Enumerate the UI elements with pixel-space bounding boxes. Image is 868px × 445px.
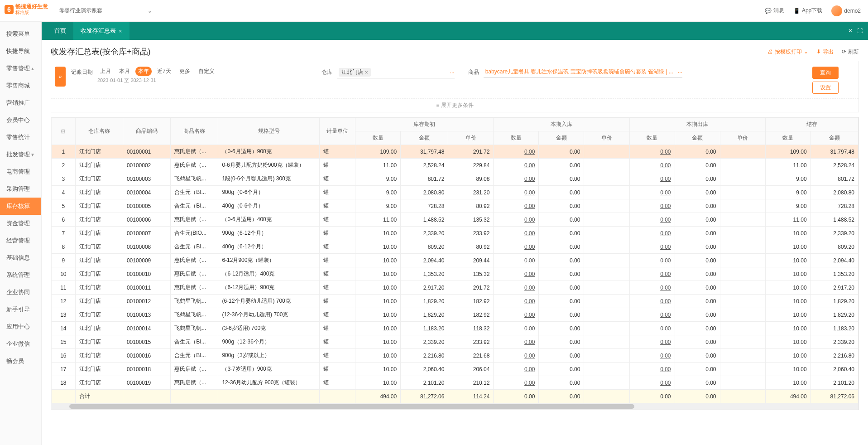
sidebar-item[interactable]: 库存核算 [0,198,41,215]
drill-link[interactable]: 0.00 [660,325,671,332]
drill-link[interactable]: 0.00 [660,298,671,305]
more-icon[interactable]: ··· [450,69,455,76]
table-row[interactable]: 1江北门店00100001惠氏启赋（...（0-6月适用）900克罐109.00… [52,145,858,159]
app-download-link[interactable]: 📱App下载 [793,7,822,15]
drill-link[interactable]: 0.00 [660,189,671,196]
drill-link[interactable]: 0.00 [524,244,535,250]
sidebar-item[interactable]: 快捷导航 [0,43,41,60]
scrollbar-thumb[interactable] [69,404,634,409]
table-row[interactable]: 10江北门店00100010惠氏启赋（...（6-12月适用）400克罐10.0… [52,267,858,281]
date-option[interactable]: 近7天 [154,67,174,76]
drill-link[interactable]: 0.00 [660,339,671,345]
drill-link[interactable]: 0.00 [524,162,535,169]
user-menu[interactable]: demo2 [831,5,861,16]
table-row[interactable]: 18江北门店00100019惠氏启赋（...12-36月幼儿配方 900克（罐装… [52,376,858,390]
sidebar-item[interactable]: 畅会员 [0,353,41,370]
drill-link[interactable]: 0.00 [660,217,671,223]
drill-link[interactable]: 0.00 [524,230,535,237]
drill-link[interactable]: 0.00 [524,203,535,209]
warehouse-select[interactable]: 江北门店× ··· [337,67,455,78]
drill-link[interactable]: 0.00 [660,244,671,250]
drill-link[interactable]: 0.00 [524,189,535,196]
horizontal-scrollbar[interactable] [51,403,858,410]
date-option[interactable]: 本月 [116,67,133,76]
sidebar-item[interactable]: 零售商城 [0,77,41,94]
date-option[interactable]: 上月 [97,67,114,76]
table-row[interactable]: 12江北门店00100012飞鹤星飞帆...(6-12个月婴幼儿适用) 700克… [52,295,858,308]
messages-link[interactable]: 💬消息 [765,7,784,15]
drill-link[interactable]: 0.00 [660,271,671,277]
sidebar-item[interactable]: 新手引导 [0,301,41,318]
sidebar-item[interactable]: 企业协同 [0,284,41,301]
drill-link[interactable]: 0.00 [524,271,535,277]
settings-button[interactable]: 设置 [812,82,839,94]
sidebar-item[interactable]: 搜索菜单 [0,25,41,43]
sidebar-item[interactable]: 营销推广 [0,94,41,111]
table-row[interactable]: 11江北门店00100011惠氏启赋（...（6-12月适用）900克罐10.0… [52,281,858,295]
drill-link[interactable]: 0.00 [660,312,671,318]
tab-home[interactable]: 首页 [47,22,73,40]
sidebar-item[interactable]: 基础信息 [0,249,41,266]
table-row[interactable]: 15江北门店00100015合生元（BI...900g（12-36个月）罐10.… [52,335,858,349]
drill-link[interactable]: 0.00 [660,176,671,182]
search-button[interactable]: 查询 [812,67,839,79]
drill-link[interactable]: 0.00 [660,149,671,155]
account-set-dropdown[interactable]: 母婴行业演示账套 ⌄ [59,7,152,15]
table-row[interactable]: 16江北门店00100016合生元（BI...900g（3岁或以上）罐10.00… [52,349,858,363]
table-row[interactable]: 3江北门店00100003飞鹤星飞帆...1段(0-6个月婴儿适用) 300克罐… [52,172,858,186]
drill-link[interactable]: 0.00 [660,285,671,291]
drill-link[interactable]: 0.00 [660,366,671,372]
col-gear[interactable]: ⚙ [52,118,76,145]
drill-link[interactable]: 0.00 [524,217,535,223]
date-option[interactable]: 更多 [177,67,193,76]
remove-chip-icon[interactable]: × [365,69,368,76]
drill-link[interactable]: 0.00 [524,353,535,359]
close-all-icon[interactable]: ✕ [848,28,853,34]
more-icon[interactable]: ··· [678,69,682,75]
sidebar-item[interactable]: 采购管理 [0,180,41,198]
table-row[interactable]: 6江北门店00100006惠氏启赋（...（0-6月适用）400克罐11.001… [52,213,858,227]
table-row[interactable]: 2江北门店00100002惠氏启赋（...0-6月婴儿配方奶粉900克（罐装）罐… [52,159,858,172]
drill-link[interactable]: 0.00 [524,366,535,372]
table-row[interactable]: 7江北门店00100007合生元(BIO...900g（6-12个月）罐10.0… [52,227,858,240]
drill-link[interactable]: 0.00 [524,380,535,386]
drill-link[interactable]: 0.00 [524,176,535,182]
table-row[interactable]: 17江北门店00100018惠氏启赋（...（3-7岁适用）900克罐10.00… [52,363,858,376]
close-icon[interactable]: × [119,28,122,34]
drill-link[interactable]: 0.00 [524,285,535,291]
table-row[interactable]: 8江北门店00100008合生元（BI...400g（6-12个月）罐10.00… [52,240,858,254]
collapse-filters-handle[interactable]: » [55,67,66,87]
table-row[interactable]: 4江北门店00100004合生元（BI...900g（0-6个月）罐9.002,… [52,186,858,199]
drill-link[interactable]: 0.00 [660,203,671,209]
table-row[interactable]: 5江北门店00100005合生元（BI...400g（0-6个月）罐9.0072… [52,199,858,213]
drill-link[interactable]: 0.00 [524,325,535,332]
export-button[interactable]: ⬇导出 [816,48,834,56]
drill-link[interactable]: 0.00 [524,339,535,345]
sidebar-item[interactable]: 零售统计 [0,129,41,146]
fullscreen-icon[interactable]: ⛶ [857,28,863,34]
drill-link[interactable]: 0.00 [660,257,671,264]
sidebar-item[interactable]: 系统管理 [0,266,41,284]
drill-link[interactable]: 0.00 [524,257,535,264]
drill-link[interactable]: 0.00 [660,380,671,386]
sidebar-item[interactable]: 应用中心 [0,318,41,335]
sidebar-item[interactable]: 企业微信 [0,335,41,353]
drill-link[interactable]: 0.00 [660,162,671,169]
date-option[interactable]: 本年 [135,67,152,76]
expand-more-filters[interactable]: ≡ 展开更多条件 [51,98,858,112]
sidebar-item[interactable]: 批发管理▼ [0,146,41,163]
drill-link[interactable]: 0.00 [524,312,535,318]
goods-select[interactable]: babycare儿童餐具 婴儿注水保温碗 宝宝防摔碗吸盘碗辅食碗勺套装 雀湖绿 … [484,67,682,77]
date-option[interactable]: 自定义 [196,67,217,76]
sidebar-item[interactable]: 零售管理▲ [0,60,41,77]
sidebar-item[interactable]: 资金管理 [0,215,41,232]
drill-link[interactable]: 0.00 [524,149,535,155]
print-button[interactable]: 🖨按模板打印 ⌄ [767,48,808,56]
tab-report[interactable]: 收发存汇总表 × [73,22,129,40]
refresh-button[interactable]: ⟳刷新 [842,48,859,56]
sidebar-item[interactable]: 经营管理 [0,232,41,249]
table-row[interactable]: 9江北门店00100009惠氏启赋（...6-12月900克（罐装）罐10.00… [52,254,858,267]
sidebar-item[interactable]: 会员中心 [0,111,41,129]
drill-link[interactable]: 0.00 [524,298,535,305]
table-row[interactable]: 14江北门店00100014飞鹤星飞帆...(3-6岁适用) 700克罐10.0… [52,322,858,335]
